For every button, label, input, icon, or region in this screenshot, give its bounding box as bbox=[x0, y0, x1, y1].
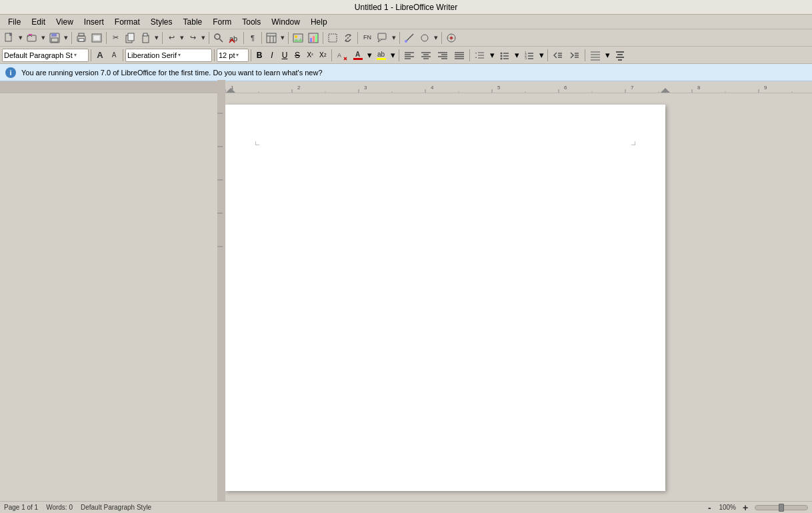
indent-increase-button[interactable] bbox=[567, 49, 583, 62]
paragraph-style-dropdown[interactable]: Default Paragraph St ▾ bbox=[2, 49, 89, 62]
cut-button[interactable]: ✂ bbox=[109, 31, 122, 45]
align-center-button[interactable] bbox=[418, 49, 434, 62]
redo-dropdown-button[interactable]: ▾ bbox=[200, 31, 207, 45]
ordered-list-dropdown[interactable]: ▾ bbox=[538, 49, 545, 62]
menu-view[interactable]: View bbox=[51, 16, 79, 28]
undo-button[interactable]: ↩ bbox=[165, 31, 178, 45]
print-preview-button[interactable] bbox=[89, 31, 104, 45]
menu-styles[interactable]: Styles bbox=[145, 16, 178, 28]
open-button[interactable] bbox=[25, 31, 39, 45]
document-page[interactable] bbox=[225, 105, 665, 491]
svg-text:5: 5 bbox=[497, 85, 501, 91]
align-right-button[interactable] bbox=[435, 49, 451, 62]
menu-tools[interactable]: Tools bbox=[237, 16, 266, 28]
shapes-button[interactable] bbox=[417, 31, 432, 45]
svg-rect-3 bbox=[29, 34, 32, 35]
justify-button[interactable] bbox=[451, 49, 467, 62]
info-bar: i You are running version 7.0 of LibreOf… bbox=[0, 64, 812, 81]
menu-insert[interactable]: Insert bbox=[79, 16, 109, 28]
insert-hyperlink-button[interactable] bbox=[341, 31, 355, 45]
svg-text:3.: 3. bbox=[525, 56, 527, 60]
paragraph-spacing-button[interactable] bbox=[587, 49, 603, 62]
show-draw-button[interactable] bbox=[402, 31, 417, 45]
menu-form[interactable]: Form bbox=[207, 16, 237, 28]
font-size-dropdown[interactable]: 12 pt ▾ bbox=[217, 49, 249, 62]
zoom-slider-thumb[interactable] bbox=[779, 504, 784, 512]
increase-font-btn[interactable]: A bbox=[93, 49, 107, 62]
decrease-font-btn[interactable]: A bbox=[107, 49, 121, 62]
ruler-left-indent: ⊥ bbox=[0, 81, 225, 93]
svg-rect-88 bbox=[0, 81, 225, 93]
highlight-dropdown[interactable]: ▾ bbox=[389, 49, 397, 62]
menu-edit[interactable]: Edit bbox=[26, 16, 51, 28]
vertical-align-button[interactable] bbox=[612, 49, 628, 62]
page-content[interactable] bbox=[259, 145, 632, 464]
subscript-button[interactable]: X2 bbox=[317, 49, 329, 62]
font-color-button[interactable]: A bbox=[351, 49, 365, 62]
save-button[interactable] bbox=[47, 31, 62, 45]
svg-text:8: 8 bbox=[697, 85, 701, 91]
paste-dropdown-button[interactable]: ▾ bbox=[153, 31, 160, 45]
spell-button[interactable]: ab bbox=[227, 31, 241, 45]
para-spacing-dropdown[interactable]: ▾ bbox=[604, 49, 611, 62]
font-color-dropdown[interactable]: ▾ bbox=[366, 49, 373, 62]
bold-button[interactable]: B bbox=[253, 49, 265, 62]
new-dropdown-button[interactable]: ▾ bbox=[17, 31, 24, 45]
insert-frame-button[interactable] bbox=[325, 31, 340, 45]
paragraph-style-status: Default Paragraph Style bbox=[81, 504, 151, 511]
font-name-dropdown[interactable]: Liberation Serif ▾ bbox=[125, 49, 212, 62]
list-ordered-button[interactable]: 1.2.3. bbox=[521, 49, 537, 62]
annotation-button[interactable] bbox=[375, 31, 390, 45]
strikethrough-button[interactable]: S bbox=[291, 49, 303, 62]
footnote-button[interactable]: FN bbox=[360, 31, 375, 45]
sep9 bbox=[357, 32, 358, 44]
list-dropdown[interactable]: ▾ bbox=[513, 49, 521, 62]
redo-button[interactable]: ↪ bbox=[186, 31, 199, 45]
left-panel bbox=[0, 93, 225, 501]
menu-format[interactable]: Format bbox=[109, 16, 145, 28]
svg-point-24 bbox=[295, 35, 297, 38]
print-button[interactable] bbox=[74, 31, 89, 45]
insert-table-dropdown[interactable]: ▾ bbox=[279, 31, 286, 45]
copy-button[interactable] bbox=[123, 31, 137, 45]
ruler: ⊥ 1 2 3 4 bbox=[0, 81, 812, 93]
align-left-button[interactable] bbox=[401, 49, 417, 62]
menu-table[interactable]: Table bbox=[178, 16, 208, 28]
annotation-dropdown[interactable]: ▾ bbox=[391, 31, 397, 45]
superscript-button[interactable]: X² bbox=[304, 49, 316, 62]
italic-button[interactable]: I bbox=[266, 49, 278, 62]
svg-line-30 bbox=[347, 37, 349, 39]
shapes-dropdown[interactable]: ▾ bbox=[433, 31, 439, 45]
save-dropdown-button[interactable]: ▾ bbox=[63, 31, 69, 45]
underline-button[interactable]: U bbox=[279, 49, 291, 62]
nonprint-chars-button[interactable]: ¶ bbox=[246, 31, 259, 45]
highlight-button[interactable]: ab bbox=[374, 49, 389, 62]
menu-bar: File Edit View Insert Format Styles Tabl… bbox=[0, 15, 812, 29]
open-dropdown-button[interactable]: ▾ bbox=[40, 31, 47, 45]
paste-button[interactable] bbox=[138, 31, 153, 45]
sep7 bbox=[288, 32, 289, 44]
menu-window[interactable]: Window bbox=[266, 16, 305, 28]
navigator-button[interactable] bbox=[444, 31, 459, 45]
sep-fmt9 bbox=[585, 49, 585, 61]
zoom-in-button[interactable]: + bbox=[739, 501, 752, 514]
svg-rect-87 bbox=[618, 59, 622, 61]
find-button[interactable] bbox=[211, 31, 226, 45]
insert-image-button[interactable] bbox=[291, 31, 305, 45]
menu-help[interactable]: Help bbox=[305, 16, 333, 28]
svg-text:4: 4 bbox=[431, 85, 434, 91]
document-area[interactable] bbox=[225, 93, 812, 501]
undo-dropdown-button[interactable]: ▾ bbox=[179, 31, 185, 45]
svg-rect-29 bbox=[329, 34, 337, 42]
menu-file[interactable]: File bbox=[3, 16, 26, 28]
line-spacing-dropdown[interactable]: ▾ bbox=[489, 49, 496, 62]
list-unordered-button[interactable] bbox=[497, 49, 513, 62]
line-spacing-button[interactable] bbox=[472, 49, 488, 62]
insert-chart-button[interactable] bbox=[306, 31, 321, 45]
insert-table-button[interactable] bbox=[264, 31, 279, 45]
font-size-arrow: ▾ bbox=[236, 52, 239, 58]
indent-decrease-button[interactable] bbox=[550, 49, 566, 62]
clear-format-button[interactable]: A bbox=[334, 49, 350, 62]
new-button[interactable] bbox=[2, 31, 17, 45]
zoom-out-button[interactable]: - bbox=[703, 501, 716, 514]
